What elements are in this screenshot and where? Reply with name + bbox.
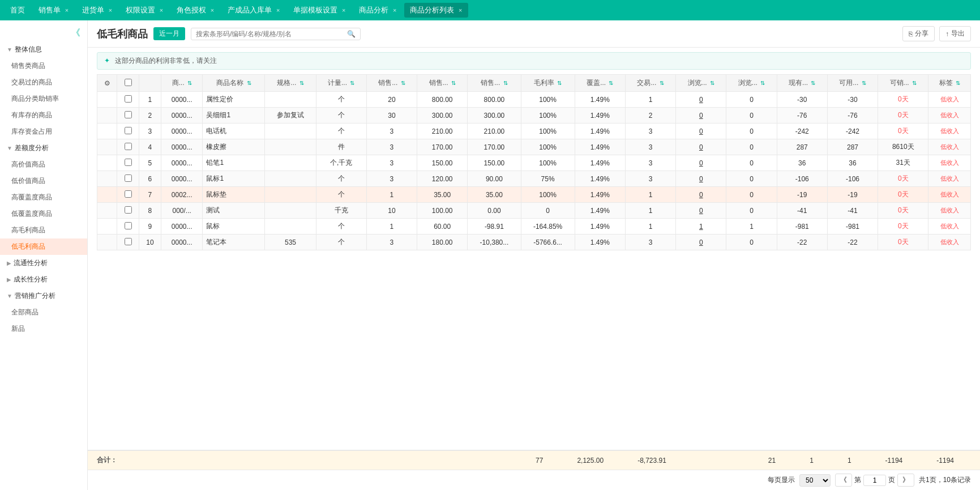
cell-sales-qty-9: 3 (366, 235, 417, 250)
cell-spec-5 (265, 171, 316, 187)
sidebar-item-category-rate[interactable]: 商品分类助销率 (0, 91, 87, 107)
th-no (139, 75, 161, 92)
sidebar-item-traded-goods[interactable]: 交易过的商品 (0, 74, 87, 91)
cell-browse2-6: 0 (726, 187, 777, 203)
cell-checkbox-0 (117, 92, 139, 108)
sidebar-item-high-coverage[interactable]: 高覆盖度商品 (0, 189, 87, 206)
row-checkbox-7[interactable] (125, 206, 132, 214)
th-tag[interactable]: 标签 ⇅ (928, 75, 971, 92)
th-browse2[interactable]: 浏览... ⇅ (726, 75, 777, 92)
close-purchase-icon[interactable]: × (109, 7, 112, 14)
nav-template[interactable]: 单据模板设置 × (288, 3, 351, 18)
browse1-value-7[interactable]: 0 (699, 207, 703, 215)
sidebar-item-all-goods[interactable]: 全部商品 (0, 304, 87, 321)
sidebar-section-overall[interactable]: ▼ 整体信息 (0, 41, 87, 58)
cell-current-stock-0: -30 (777, 92, 827, 108)
browse1-value-3[interactable]: 0 (699, 143, 703, 151)
table-container: ⚙ 商... ⇅ 商品名称 ⇅ 规格... ⇅ 计量... ⇅ 销售... ⇅ … (88, 74, 980, 450)
sidebar-item-stock-capital[interactable]: 库存资金占用 (0, 123, 87, 140)
th-settings[interactable]: ⚙ (97, 75, 117, 92)
settings-icon[interactable]: ⚙ (104, 79, 110, 87)
sidebar-item-low-margin[interactable]: 低毛利商品 (0, 238, 87, 255)
browse1-value-8[interactable]: 1 (699, 223, 703, 231)
page-input[interactable] (863, 475, 886, 486)
cell-code-1: 0000... (161, 108, 203, 123)
th-gross-margin[interactable]: 毛利率 ⇅ (521, 75, 575, 92)
browse1-value-4[interactable]: 0 (699, 159, 703, 167)
th-sales-price[interactable]: 销售... ⇅ (417, 75, 468, 92)
nav-analysis-list[interactable]: 商品分析列表 × (404, 3, 468, 18)
nav-product-entry[interactable]: 产成品入库单 × (222, 3, 285, 18)
nav-home[interactable]: 首页 (5, 3, 31, 18)
th-browse1[interactable]: 浏览... ⇅ (676, 75, 726, 92)
sidebar-section-marketing[interactable]: ▼ 营销推广分析 (0, 288, 87, 304)
per-page-label: 每页显示 (768, 475, 795, 485)
sidebar-section-margin[interactable]: ▼ 差额度分析 (0, 140, 87, 156)
cell-sales-amount-9: -10,380... (468, 235, 521, 250)
close-permission-icon[interactable]: × (160, 7, 163, 14)
sidebar-item-low-coverage[interactable]: 低覆盖度商品 (0, 206, 87, 222)
export-button[interactable]: ↑ 导出 (939, 26, 971, 41)
th-current-stock[interactable]: 现有... ⇅ (777, 75, 827, 92)
th-coverage[interactable]: 覆盖... ⇅ (575, 75, 625, 92)
cell-settings-3 (97, 139, 117, 155)
share-button[interactable]: ⎘ 分享 (902, 26, 935, 41)
sidebar-item-high-value[interactable]: 高价值商品 (0, 156, 87, 173)
th-spec[interactable]: 规格... ⇅ (265, 75, 316, 92)
row-checkbox-3[interactable] (125, 143, 132, 150)
th-code[interactable]: 商... ⇅ (161, 75, 203, 92)
cell-browse1-4: 0 (676, 155, 726, 171)
browse1-value-2[interactable]: 0 (699, 127, 703, 135)
nav-purchase[interactable]: 进货单 × (76, 3, 118, 18)
close-role-icon[interactable]: × (211, 7, 214, 14)
browse1-value-0[interactable]: 0 (699, 96, 703, 104)
prev-page-button[interactable]: 《 (835, 474, 852, 487)
browse1-value-9[interactable]: 0 (699, 238, 703, 246)
per-page-select[interactable]: 50 20 100 (799, 474, 831, 487)
row-checkbox-1[interactable] (125, 111, 132, 118)
cell-tag-4: 低收入 (928, 155, 971, 171)
cell-browse1-7: 0 (676, 203, 726, 219)
th-sales-qty[interactable]: 销售... ⇅ (366, 75, 417, 92)
sidebar-collapse-button[interactable]: 《 (69, 27, 83, 39)
sidebar-section-growth[interactable]: ▶ 成长性分析 (0, 271, 87, 288)
row-checkbox-6[interactable] (125, 190, 132, 198)
th-available[interactable]: 可用... ⇅ (827, 75, 878, 92)
search-icon[interactable]: 🔍 (347, 30, 356, 38)
th-name[interactable]: 商品名称 ⇅ (203, 75, 265, 92)
browse1-value-5[interactable]: 0 (699, 175, 703, 183)
nav-role[interactable]: 角色授权 × (171, 3, 220, 18)
close-sales-icon[interactable]: × (65, 7, 69, 14)
row-checkbox-5[interactable] (125, 174, 132, 182)
close-analysis-list-icon[interactable]: × (459, 7, 462, 14)
date-filter-button[interactable]: 近一月 (153, 27, 185, 40)
nav-analysis[interactable]: 商品分析 × (353, 3, 402, 18)
th-transaction[interactable]: 交易... ⇅ (625, 75, 675, 92)
row-checkbox-0[interactable] (125, 95, 132, 103)
close-analysis-icon[interactable]: × (393, 7, 396, 14)
search-input[interactable] (196, 30, 345, 38)
cell-unit-7: 千克 (316, 203, 366, 219)
browse1-value-1[interactable]: 0 (699, 112, 703, 120)
nav-permission[interactable]: 权限设置 × (120, 3, 169, 18)
sidebar-item-low-value[interactable]: 低价值商品 (0, 173, 87, 189)
th-sales-amount[interactable]: 销售... ⇅ (468, 75, 521, 92)
notice-text: 这部分商品的利润非常低，请关注 (115, 57, 217, 65)
row-checkbox-4[interactable] (125, 159, 132, 166)
row-checkbox-2[interactable] (125, 127, 132, 134)
sidebar-item-high-margin[interactable]: 高毛利商品 (0, 222, 87, 238)
sidebar-section-liquidity[interactable]: ▶ 流通性分析 (0, 255, 87, 271)
next-page-button[interactable]: 》 (897, 474, 914, 487)
sidebar-item-sales-goods[interactable]: 销售类商品 (0, 58, 87, 74)
nav-sales[interactable]: 销售单 × (33, 3, 74, 18)
browse1-value-6[interactable]: 0 (699, 191, 703, 199)
sidebar-item-stock-goods[interactable]: 有库存的商品 (0, 107, 87, 123)
row-checkbox-9[interactable] (125, 238, 132, 245)
close-product-entry-icon[interactable]: × (276, 7, 280, 14)
row-checkbox-8[interactable] (125, 222, 132, 229)
th-unit[interactable]: 计量... ⇅ (316, 75, 366, 92)
th-sellable[interactable]: 可销... ⇅ (878, 75, 928, 92)
sidebar-item-new-goods[interactable]: 新品 (0, 321, 87, 337)
close-template-icon[interactable]: × (342, 7, 345, 14)
select-all-checkbox[interactable] (125, 79, 132, 86)
